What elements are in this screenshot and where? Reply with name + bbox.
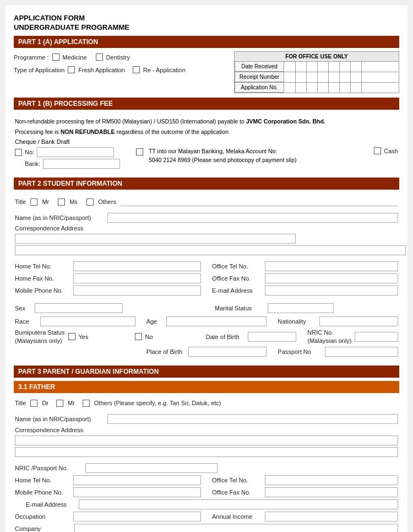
dob-label: Date of Birth bbox=[206, 334, 244, 340]
marital-label: Marital Status bbox=[215, 305, 264, 311]
bank-input[interactable] bbox=[43, 159, 120, 169]
nationality-label: Nationality bbox=[278, 318, 316, 325]
marital-input[interactable] bbox=[268, 303, 334, 313]
nationality-input[interactable] bbox=[319, 316, 398, 326]
corr-addr-input1[interactable] bbox=[15, 234, 296, 244]
father-name-input[interactable] bbox=[107, 414, 398, 424]
mobile-label: Mobile Phone No. bbox=[15, 287, 70, 294]
bumi-no-checkbox[interactable] bbox=[135, 333, 142, 340]
type-label: Type of Application bbox=[14, 67, 64, 73]
father-nric-input[interactable] bbox=[85, 463, 218, 473]
abox8 bbox=[361, 83, 372, 93]
reapp-checkbox[interactable] bbox=[133, 66, 140, 73]
title-label: Title bbox=[15, 198, 26, 205]
father-mr-checkbox[interactable] bbox=[56, 400, 63, 407]
part3-body: Title Dr Mr Others (Please specify, e.g.… bbox=[14, 395, 399, 532]
form-title: APPLICATION FORM UNDERGRADUATE PROGRAMME bbox=[14, 14, 399, 31]
father-office-tel-input[interactable] bbox=[265, 475, 398, 485]
father-home-tel-input[interactable] bbox=[73, 475, 201, 485]
abox4 bbox=[317, 83, 328, 93]
home-tel-input[interactable] bbox=[73, 261, 201, 271]
age-input[interactable] bbox=[166, 316, 267, 326]
name-input[interactable] bbox=[107, 213, 398, 223]
bank-label: Bank: bbox=[25, 160, 40, 167]
passport-input[interactable] bbox=[325, 347, 398, 357]
box4 bbox=[317, 62, 328, 72]
father-occupation-input[interactable] bbox=[73, 512, 201, 522]
pob-input[interactable] bbox=[188, 347, 267, 357]
corr-addr-row2 bbox=[15, 245, 398, 255]
home-fax-label: Home Fax No. bbox=[15, 275, 70, 282]
cash-checkbox[interactable] bbox=[374, 147, 381, 154]
bumi-yes-checkbox[interactable] bbox=[68, 333, 75, 340]
office-use-header: FOR OFFICE USE ONLY bbox=[234, 51, 399, 62]
receipt-number-boxes bbox=[284, 72, 399, 82]
tt-checkbox[interactable] bbox=[136, 148, 143, 155]
part1b-body: Non-refundable processing fee of RM500 (… bbox=[14, 113, 399, 173]
corr-addr-input2[interactable] bbox=[15, 245, 406, 255]
reapp-label: Re - Application bbox=[143, 67, 186, 73]
father-title-row: Title Dr Mr Others (Please specify, e.g.… bbox=[15, 400, 398, 407]
father-home-tel-col: Home Tel No. bbox=[15, 475, 201, 485]
corr-addr-label: Correspondence Address bbox=[15, 225, 83, 232]
part3-header: PART 3 PARENT / GUARDIAN INFORMATION bbox=[14, 366, 399, 378]
father-mobile-input[interactable] bbox=[73, 487, 201, 497]
email-input[interactable] bbox=[265, 286, 398, 295]
email-col: E-mail Address bbox=[212, 286, 398, 295]
part3-sub-header: 3.1 FATHER bbox=[14, 381, 399, 393]
father-dr-checkbox[interactable] bbox=[30, 400, 37, 407]
nric-input[interactable] bbox=[355, 332, 398, 342]
dob-col: Date of Birth bbox=[206, 332, 297, 342]
father-corr-addr-input1[interactable] bbox=[15, 436, 398, 445]
rbox4 bbox=[317, 72, 328, 82]
abox1 bbox=[284, 83, 295, 93]
no-row: No: bbox=[15, 147, 125, 157]
part1b-header: PART 1 (B) PROCESSING FEE bbox=[14, 98, 399, 110]
father-office-fax-input[interactable] bbox=[265, 487, 398, 497]
abox2 bbox=[295, 83, 306, 93]
tt-text: TT into our Malayan Banking, Melaka Acco… bbox=[149, 147, 297, 165]
father-annual-income-input[interactable] bbox=[265, 512, 398, 522]
cheque-no-input[interactable] bbox=[37, 147, 114, 157]
father-email-input[interactable] bbox=[79, 499, 398, 509]
programme-area: Programme : Medicine Dentistry Type of A… bbox=[14, 51, 229, 93]
home-fax-input[interactable] bbox=[73, 273, 201, 283]
others-input[interactable] bbox=[121, 197, 398, 206]
others-checkbox[interactable] bbox=[86, 198, 94, 206]
father-company-input[interactable] bbox=[74, 524, 398, 532]
mobile-input[interactable] bbox=[73, 286, 201, 295]
father-dr-label: Dr bbox=[42, 400, 48, 406]
box7 bbox=[350, 62, 361, 72]
box2 bbox=[295, 62, 306, 72]
mr-checkbox[interactable] bbox=[30, 198, 37, 206]
passport-col: Passport No bbox=[278, 347, 398, 357]
abox3 bbox=[306, 83, 317, 93]
box8 bbox=[361, 62, 372, 72]
office-tel-input[interactable] bbox=[265, 261, 398, 271]
father-company-label: Company bbox=[15, 525, 70, 532]
father-corr-addr-input2[interactable] bbox=[15, 447, 398, 457]
dentistry-checkbox[interactable] bbox=[96, 53, 103, 61]
office-fax-col: Office Fax No. bbox=[212, 273, 398, 283]
race-input[interactable] bbox=[40, 316, 135, 326]
ms-checkbox[interactable] bbox=[58, 198, 65, 206]
bumi-col: Bumiputera Status(Malaysians only) Yes N… bbox=[15, 329, 195, 345]
abox6 bbox=[339, 83, 350, 93]
title-line2: UNDERGRADUATE PROGRAMME bbox=[14, 23, 399, 31]
dob-input[interactable] bbox=[248, 332, 297, 342]
medicine-checkbox[interactable] bbox=[52, 53, 59, 61]
box5 bbox=[328, 62, 339, 72]
father-fax-mobile-row: Mobile Phone No. Office Fax No. bbox=[15, 487, 398, 497]
father-others-checkbox[interactable] bbox=[83, 400, 90, 407]
fresh-checkbox[interactable] bbox=[68, 66, 75, 73]
office-tel-col: Office Tel No. bbox=[212, 261, 398, 271]
father-office-tel-label: Office Tel No. bbox=[212, 477, 262, 483]
bank-row: Bank: bbox=[15, 159, 125, 169]
office-fax-input[interactable] bbox=[265, 273, 398, 283]
rbox1 bbox=[284, 72, 295, 82]
sex-input[interactable] bbox=[35, 303, 123, 313]
mobile-col: Mobile Phone No. bbox=[15, 286, 201, 295]
cheque-checkbox[interactable] bbox=[15, 149, 22, 156]
nric-label: NRIC No.(Malaysian only) bbox=[307, 329, 351, 345]
no-bank-group: No: Bank: bbox=[15, 147, 125, 169]
